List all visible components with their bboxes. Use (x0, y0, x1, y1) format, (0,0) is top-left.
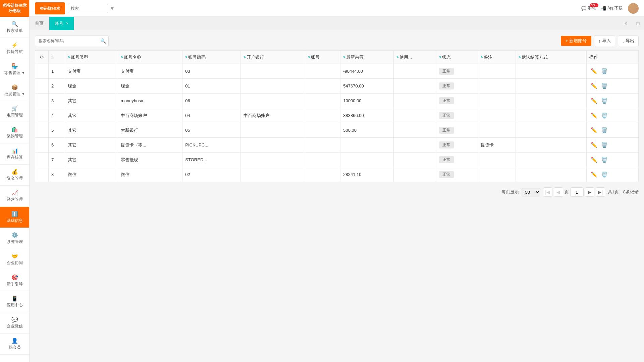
delete-btn[interactable]: 🗑️ (600, 156, 609, 164)
row-remark (478, 64, 516, 79)
sidebar-item-shortcut[interactable]: ⚡ 快捷导航 (0, 38, 29, 59)
purchase-icon: 🛍️ (2, 126, 27, 133)
row-index: 2 (49, 79, 65, 94)
content-area: 🔍 + 新增账号 ↑ 导入 ↓ 导出 ⚙ # ⇅账号类型 (30, 30, 644, 362)
sidebar-item-label: 基础信息 (7, 218, 23, 223)
sidebar-item-basic-info[interactable]: ℹ️ 基础信息 (0, 207, 29, 228)
wechat-icon: 💬 (2, 316, 27, 323)
sidebar-item-retail[interactable]: 🏪 零售管理 ▼ (0, 59, 29, 80)
col-account-type[interactable]: ⇅账号类型 (65, 51, 118, 64)
col-account-name[interactable]: ⇅账号名称 (118, 51, 182, 64)
edit-btn[interactable]: ✏️ (589, 112, 599, 119)
search-box: 🔍 (35, 36, 109, 46)
row-balance: 10000.00 (340, 94, 394, 108)
sidebar-item-label: 企业微信 (7, 324, 23, 328)
sidebar-item-label: 应用中心 (7, 303, 23, 307)
row-action: ✏️ 🗑️ (586, 153, 638, 167)
sidebar-item-wholesale[interactable]: 📦 批发管理 ▼ (0, 80, 29, 101)
edit-btn[interactable]: ✏️ (589, 97, 599, 105)
app-download-label: App下载 (607, 5, 623, 11)
row-usage (394, 138, 436, 153)
sidebar-item-label: 资金管理 (7, 176, 23, 181)
search-button[interactable]: 🔍 (98, 36, 108, 46)
col-remark[interactable]: ⇅备注 (478, 51, 516, 64)
toolbar: 🔍 + 新增账号 ↑ 导入 ↓ 导出 (35, 36, 639, 46)
page-input[interactable] (570, 187, 584, 197)
sidebar-item-label: 企业协同 (7, 260, 23, 265)
import-button[interactable]: ↑ 导入 (594, 36, 615, 46)
sidebar-item-label: 电商管理 (7, 113, 23, 117)
row-settings (35, 123, 49, 138)
delete-btn[interactable]: 🗑️ (600, 112, 609, 119)
sidebar-item-ecommerce[interactable]: 🛒 电商管理 (0, 101, 29, 122)
sidebar: 稻谷进好生意乐惠版 🔍 搜索菜单 ⚡ 快捷导航 🏪 零售管理 ▼ 📦 批发管理 … (0, 0, 30, 362)
edit-btn[interactable]: ✏️ (589, 141, 599, 149)
sidebar-item-app-center[interactable]: 📱 应用中心 (0, 291, 29, 312)
col-default-settlement[interactable]: ⇅默认结算方式 (516, 51, 587, 64)
delete-btn[interactable]: 🗑️ (600, 82, 609, 90)
col-usage[interactable]: ⇅使用... (394, 51, 436, 64)
edit-btn[interactable]: ✏️ (589, 171, 599, 178)
topbar-right: 💬 消息 99+ 📲 App下载 (581, 3, 639, 14)
logo-small-text: 稻谷进好生意 (40, 6, 60, 11)
delete-btn[interactable]: 🗑️ (600, 171, 609, 178)
sidebar-item-enterprise[interactable]: 🤝 企业协同 (0, 249, 29, 270)
sidebar-item-purchase[interactable]: 🛍️ 采购管理 (0, 122, 29, 143)
app-download-btn[interactable]: 📲 App下载 (601, 5, 623, 11)
inventory-icon: 📊 (2, 147, 27, 154)
sidebar-item-guide[interactable]: 🎯 新手引导 (0, 270, 29, 291)
row-index: 8 (49, 167, 65, 182)
maximize-btn[interactable]: □ (632, 17, 644, 30)
sidebar-item-operations[interactable]: 📈 经营管理 (0, 186, 29, 207)
delete-btn[interactable]: 🗑️ (600, 67, 609, 75)
tab-home-label: 首页 (35, 20, 44, 26)
tab-account[interactable]: 账号 × (49, 17, 74, 30)
add-account-button[interactable]: + 新增账号 (561, 36, 591, 46)
next-page-btn[interactable]: ▶ (585, 187, 594, 197)
sidebar-item-label: 经营管理 (7, 197, 23, 202)
col-settings[interactable]: ⚙ (35, 51, 49, 64)
logo-text: 稻谷进好生意乐惠版 (3, 3, 27, 13)
row-account-type: 其它 (65, 153, 118, 167)
last-page-btn[interactable]: ▶| (596, 187, 605, 197)
row-balance: 383866.00 (340, 108, 394, 123)
row-status: 正常 (436, 79, 478, 94)
edit-btn[interactable]: ✏️ (589, 126, 599, 134)
col-account-no[interactable]: ⇅账号 (305, 51, 340, 64)
delete-btn[interactable]: 🗑️ (600, 97, 609, 105)
topbar-dropdown-btn[interactable]: ▾ (111, 5, 114, 12)
first-page-btn[interactable]: |◀ (543, 187, 552, 197)
sidebar-item-system[interactable]: ⚙️ 系统管理 (0, 228, 29, 249)
page-label: 页 (565, 189, 569, 195)
edit-btn[interactable]: ✏️ (589, 67, 599, 75)
sidebar-item-inventory[interactable]: 📊 库存核算 (0, 143, 29, 165)
user-avatar[interactable] (628, 3, 639, 14)
delete-btn[interactable]: 🗑️ (600, 126, 609, 134)
export-button[interactable]: ↓ 导出 (618, 36, 639, 46)
edit-btn[interactable]: ✏️ (589, 156, 599, 164)
col-status[interactable]: ⇅状态 (436, 51, 478, 64)
tab-close-btn[interactable]: × (66, 21, 68, 26)
sidebar-item-member[interactable]: 👤 畅会员 (0, 334, 29, 355)
sidebar-item-finance[interactable]: 💰 资金管理 (0, 165, 29, 186)
per-page-select[interactable]: 50 20 100 (522, 188, 540, 196)
search-input[interactable] (35, 37, 98, 45)
sidebar-item-search[interactable]: 🔍 搜索菜单 (0, 17, 29, 38)
col-bank[interactable]: ⇅开户银行 (240, 51, 305, 64)
edit-btn[interactable]: ✏️ (589, 82, 599, 90)
delete-btn[interactable]: 🗑️ (600, 141, 609, 149)
member-icon: 👤 (2, 338, 27, 344)
close-tab-btn[interactable]: × (620, 17, 632, 30)
system-icon: ⚙️ (2, 232, 27, 238)
message-btn[interactable]: 💬 消息 99+ (581, 5, 596, 11)
prev-page-btn[interactable]: ◀ (554, 187, 563, 197)
row-account-code: 04 (182, 108, 240, 123)
tab-home[interactable]: 首页 (30, 17, 49, 30)
col-balance[interactable]: ⇅最新余额 (340, 51, 394, 64)
row-account-no (305, 167, 340, 182)
sidebar-item-wechat-work[interactable]: 💬 企业微信 (0, 312, 29, 334)
col-account-code[interactable]: ⇅账号编码 (182, 51, 240, 64)
row-account-code: 02 (182, 167, 240, 182)
topbar-search-input[interactable] (68, 4, 108, 13)
row-settings (35, 79, 49, 94)
